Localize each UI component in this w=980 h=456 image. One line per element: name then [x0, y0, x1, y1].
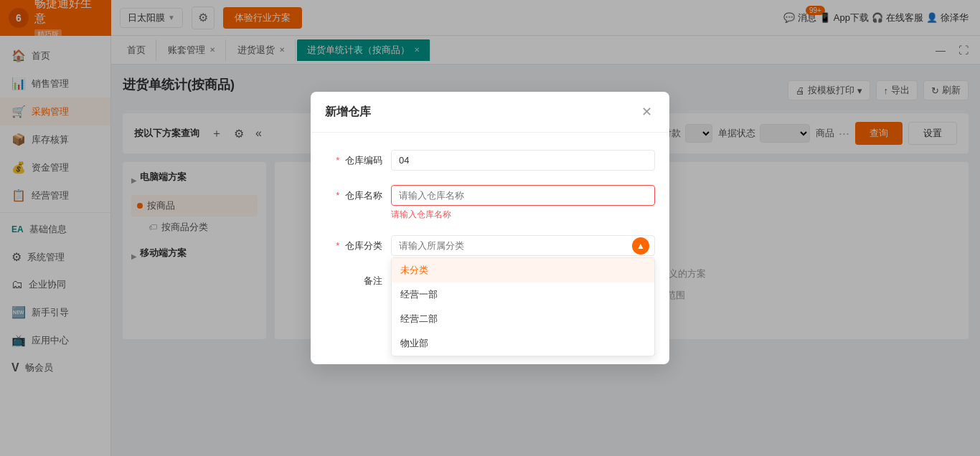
- form-row-name: * 仓库名称 请输入仓库名称: [325, 185, 655, 221]
- dropdown-item-uncategorized[interactable]: 未分类: [392, 258, 654, 282]
- category-input[interactable]: [391, 235, 655, 256]
- category-control: ▲ 未分类 经营一部 经营二部 物业部: [391, 235, 655, 256]
- modal-new-warehouse: 新增仓库 ✕ * 仓库编码 * 仓库名称: [311, 92, 669, 364]
- name-error-msg: 请输入仓库名称: [391, 209, 655, 221]
- name-control: 请输入仓库名称: [391, 185, 655, 221]
- code-label: * 仓库编码: [325, 150, 382, 167]
- modal-close-button[interactable]: ✕: [638, 103, 655, 120]
- dropdown-item-dept3[interactable]: 物业部: [392, 331, 654, 356]
- dropdown-item-dept1[interactable]: 经营一部: [392, 282, 654, 307]
- code-input[interactable]: [391, 150, 655, 171]
- modal-title: 新增仓库: [325, 105, 371, 120]
- dropdown-toggle-button[interactable]: ▲: [632, 237, 649, 255]
- remark-label: 备注: [325, 270, 382, 288]
- modal-overlay[interactable]: 新增仓库 ✕ * 仓库编码 * 仓库名称: [0, 0, 980, 456]
- dropdown-item-dept2[interactable]: 经营二部: [392, 307, 654, 331]
- name-label: * 仓库名称: [325, 185, 382, 202]
- modal-body: * 仓库编码 * 仓库名称 请输入仓库名称: [311, 133, 669, 323]
- category-label: * 仓库分类: [325, 235, 382, 252]
- form-row-category: * 仓库分类 ▲ 未分类 经营一部 经营二部 物业部: [325, 235, 655, 256]
- code-control: [391, 150, 655, 171]
- form-row-code: * 仓库编码: [325, 150, 655, 171]
- category-dropdown-list: 未分类 经营一部 经营二部 物业部: [391, 257, 655, 356]
- modal-header: 新增仓库 ✕: [311, 92, 669, 133]
- name-input[interactable]: [391, 185, 655, 206]
